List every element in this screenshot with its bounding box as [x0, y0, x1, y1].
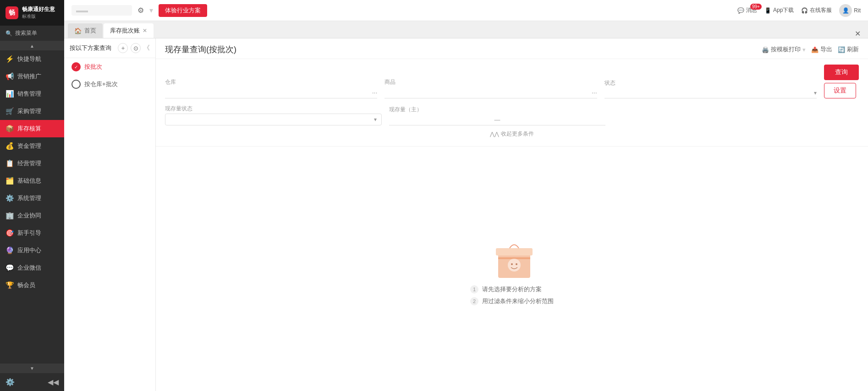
tip-text-1: 请先选择要分析的方案 — [482, 285, 542, 293]
purchase-icon: 🛒 — [5, 107, 14, 115]
sidebar-item-sales[interactable]: 📊 销售管理 — [0, 85, 64, 103]
status-select[interactable]: ▾ — [604, 88, 817, 98]
refresh-btn[interactable]: 🔄 刷新 — [838, 45, 859, 54]
app-download-btn[interactable]: 📱 App下载 — [764, 6, 794, 14]
topbar-gear-icon[interactable]: ⚙ — [137, 6, 144, 15]
product-more-icon[interactable]: ··· — [592, 89, 597, 96]
trial-btn[interactable]: 体验行业方案 — [159, 4, 207, 17]
scheme-add-btn[interactable]: ＋ — [118, 43, 128, 53]
sidebar-search[interactable]: 🔍 搜索菜单 — [0, 26, 64, 41]
stock-status-select[interactable]: ▾ — [165, 114, 382, 125]
empty-tip-1: 1 请先选择要分析的方案 — [470, 285, 554, 293]
sidebar-scroll-down[interactable]: ▼ — [0, 364, 64, 373]
scheme-item-batch-icon: ✓ — [71, 62, 81, 71]
sidebar-header: 畅 畅康通好生意 标准版 — [0, 0, 64, 26]
collapse-conditions[interactable]: ⋀⋀ 收起更多条件 — [165, 127, 859, 141]
sidebar-item-appstore[interactable]: 🔮 应用中心 — [0, 242, 64, 259]
page-actions: 🖨️ 按模板打印 ▾ 📤 导出 🔄 刷新 — [762, 45, 859, 54]
tab-close-icon[interactable]: ✕ — [143, 27, 147, 34]
sidebar-item-label-system: 系统管理 — [17, 194, 41, 202]
stock-qty-from[interactable] — [389, 116, 491, 123]
print-btn[interactable]: 🖨️ 按模板打印 ▾ — [762, 45, 806, 54]
sidebar-item-label-purchase: 采购管理 — [17, 107, 41, 115]
message-btn[interactable]: 💬 消息 99+ — [737, 6, 757, 14]
tab-panel-close-icon[interactable]: ✕ — [851, 29, 864, 38]
warehouse-input[interactable] — [165, 89, 370, 96]
scheme-item-warehouse-batch[interactable]: 按仓库+批次 — [64, 76, 155, 93]
settings-btn[interactable]: 设置 — [824, 83, 856, 98]
system-icon: ⚙️ — [5, 194, 14, 202]
topbar-search-input[interactable] — [91, 7, 127, 14]
sidebar-item-system[interactable]: ⚙️ 系统管理 — [0, 190, 64, 207]
search-icon: 🔍 — [5, 30, 12, 37]
warehouse-filter: 仓库 ··· — [165, 78, 377, 98]
tab-home-label: 首页 — [84, 27, 96, 35]
newbie-icon: 🎯 — [5, 229, 14, 237]
username: Rit — [854, 7, 861, 14]
sidebar-item-operations[interactable]: 📋 经营管理 — [0, 155, 64, 172]
topbar-actions: 💬 消息 99+ 📱 App下载 🎧 在线客服 👤 Rit — [737, 4, 861, 17]
sidebar-item-inventory[interactable]: 📦 库存核算 — [0, 120, 64, 137]
stock-qty-to[interactable] — [504, 116, 606, 123]
sidebar-item-wechat[interactable]: 💬 企业微信 — [0, 259, 64, 277]
action-buttons: 查询 设置 — [824, 65, 859, 98]
sidebar-item-newbie[interactable]: 🎯 新手引导 — [0, 224, 64, 242]
stock-qty-range: — — [389, 114, 606, 125]
tip-text-2: 用过滤条件来缩小分析范围 — [482, 297, 554, 305]
collapse-up-icon: ⋀⋀ — [490, 131, 499, 137]
sidebar-item-enterprise[interactable]: 🏢 企业协同 — [0, 207, 64, 224]
quick-nav-icon: ⚡ — [5, 55, 14, 63]
empty-state: 1 请先选择要分析的方案 2 用过滤条件来缩小分析范围 — [156, 147, 868, 391]
sidebar-item-purchase[interactable]: 🛒 采购管理 — [0, 103, 64, 120]
empty-tips: 1 请先选择要分析的方案 2 用过滤条件来缩小分析范围 — [470, 285, 554, 305]
export-btn[interactable]: 📤 导出 — [811, 45, 832, 54]
online-service-btn[interactable]: 🎧 在线客服 — [801, 6, 832, 14]
collapse-sidebar-icon[interactable]: ◀◀ — [48, 378, 59, 386]
sidebar-item-label-enterprise: 企业协同 — [17, 212, 41, 220]
sidebar-item-label-wechat: 企业微信 — [17, 264, 41, 272]
user-info[interactable]: 👤 Rit — [839, 4, 861, 17]
warehouse-more-icon[interactable]: ··· — [372, 89, 378, 96]
tab-batch-account[interactable]: 库存批次账 ✕ — [104, 23, 154, 38]
sidebar-item-marketing[interactable]: 📢 营销推广 — [0, 68, 64, 85]
scheme-collapse-icon[interactable]: 《 — [143, 44, 150, 52]
sidebar-item-quick-nav[interactable]: ⚡ 快捷导航 — [0, 50, 64, 68]
sidebar-item-label-sales: 销售管理 — [17, 90, 41, 98]
collapse-label: 收起更多条件 — [501, 130, 534, 138]
message-icon: 💬 — [737, 7, 744, 14]
finance-icon: 💰 — [5, 142, 14, 150]
print-arrow-icon[interactable]: ▾ — [802, 46, 806, 53]
inventory-icon: 📦 — [5, 125, 14, 133]
page-title: 现存量查询(按批次) — [165, 44, 236, 55]
product-input[interactable] — [385, 89, 590, 96]
app-download-label: App下载 — [773, 6, 794, 14]
svg-point-3 — [508, 259, 521, 272]
enterprise-icon: 🏢 — [5, 212, 14, 220]
scheme-item-batch[interactable]: ✓ 按批次 — [64, 58, 155, 76]
sidebar-item-label-newbie: 新手引导 — [17, 229, 41, 237]
sidebar-item-label-inventory: 库存核算 — [17, 125, 41, 133]
dropdown-arrow-icon[interactable]: ▾ — [149, 6, 153, 15]
sales-icon: 📊 — [5, 90, 14, 98]
stock-status-filter: 现存量状态 ▾ — [165, 105, 382, 125]
right-content: 现存量查询(按批次) 🖨️ 按模板打印 ▾ 📤 导出 🔄 刷新 — [156, 38, 868, 391]
sidebar-item-member[interactable]: 🏆 畅会员 — [0, 277, 64, 294]
sidebar-item-label-quick-nav: 快捷导航 — [17, 55, 41, 63]
export-icon: 📤 — [811, 46, 819, 53]
scheme-settings-btn[interactable]: ⊙ — [131, 43, 141, 53]
settings-icon[interactable]: ⚙️ — [5, 378, 15, 386]
headset-icon: 🎧 — [801, 7, 808, 14]
sidebar-item-finance[interactable]: 💰 资金管理 — [0, 137, 64, 155]
scheme-panel-title: 按以下方案查询 — [70, 44, 115, 52]
sidebar-item-base[interactable]: 🗂️ 基础信息 — [0, 172, 64, 190]
query-btn[interactable]: 查询 — [824, 65, 859, 80]
sidebar-item-label-base: 基础信息 — [17, 177, 41, 185]
topbar: ▬▬ ⚙ ▾ 体验行业方案 💬 消息 99+ 📱 App下载 🎧 在线客服 👤 … — [64, 0, 868, 21]
refresh-icon: 🔄 — [838, 46, 845, 53]
sidebar-scroll-up[interactable]: ▲ — [0, 41, 64, 50]
scheme-item-wb-label: 按仓库+批次 — [84, 80, 118, 88]
tab-home[interactable]: 🏠 首页 — [68, 23, 103, 38]
topbar-search-box[interactable]: ▬▬ — [71, 5, 132, 16]
content-area: 按以下方案查询 ＋ ⊙ 《 ✓ 按批次 按仓库+批次 现存量查询(按批次) — [64, 38, 868, 391]
page-header: 现存量查询(按批次) 🖨️ 按模板打印 ▾ 📤 导出 🔄 刷新 — [156, 38, 868, 59]
